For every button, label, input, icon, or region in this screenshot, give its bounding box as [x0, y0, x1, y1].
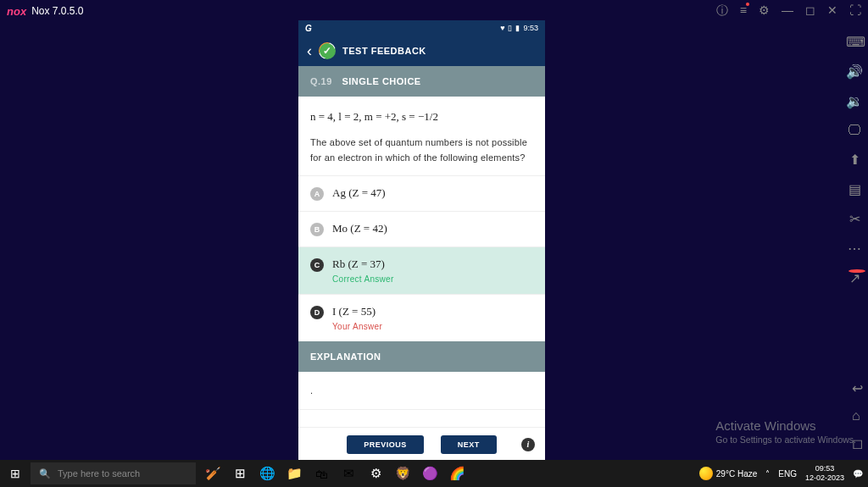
close-icon[interactable]: ✕	[827, 3, 837, 19]
app-header: ‹ TEST FEEDBACK	[298, 36, 545, 66]
phone-status-bar: G ♥ ▯ ▮ 9:53	[298, 20, 545, 36]
notifications-icon[interactable]: 💬	[853, 469, 863, 479]
side-toolbar: ⌨ 🔊 🔉 🖵 ⬆ ▤ ✂ ⋯ ↗	[846, 34, 863, 286]
more-icon[interactable]: ⋯	[846, 241, 863, 257]
minimize-icon[interactable]: —	[782, 3, 793, 19]
option-text: Rb (Z = 37)	[332, 257, 533, 271]
brave-icon[interactable]: 🦁	[391, 462, 415, 485]
activate-title: Activate Windows	[715, 418, 856, 433]
question-formula: n = 4, l = 2, m = +2, s = −1/2	[310, 110, 533, 124]
your-answer-tag: Your Answer	[332, 322, 533, 331]
status-right: ♥ ▯ ▮ 9:53	[500, 24, 538, 32]
option-c[interactable]: C Rb (Z = 37) Correct Answer	[298, 246, 545, 294]
signal-icon: ▯	[508, 24, 512, 32]
screenshot-icon[interactable]: 🖵	[846, 123, 863, 138]
battery-icon: ▮	[515, 24, 520, 32]
taskbar-apps: 🏏 ⊞ 🌐 📁 🛍 ✉ ⚙ 🦁 🟣 🌈	[201, 462, 469, 485]
option-text: Mo (Z = 42)	[332, 222, 533, 235]
mail-icon[interactable]: ✉	[337, 462, 360, 485]
option-badge: D	[310, 306, 324, 319]
status-left: G	[305, 24, 312, 33]
status-time: 9:53	[523, 24, 538, 32]
option-text: I (Z = 55)	[332, 305, 533, 318]
share-icon[interactable]: ↗	[846, 270, 863, 286]
taskbar-search[interactable]: 🔍 Type here to search	[31, 462, 196, 484]
question-number: Q.19	[310, 76, 332, 86]
weather-icon	[699, 467, 713, 480]
record-icon[interactable]: ⬆	[846, 152, 863, 168]
settings-app-icon[interactable]: ⚙	[364, 462, 387, 485]
taskbar-clock[interactable]: 09:53 12-02-2023	[805, 464, 844, 483]
tray-chevron-icon[interactable]: ˄	[765, 469, 770, 479]
language-indicator[interactable]: ENG	[778, 469, 797, 479]
option-badge: A	[310, 187, 324, 201]
option-text: Ag (Z = 47)	[332, 186, 533, 200]
keyboard-icon[interactable]: ⌨	[846, 34, 863, 50]
option-a[interactable]: A Ag (Z = 47)	[298, 175, 545, 211]
clock-time: 09:53	[805, 464, 844, 473]
cricket-widget-icon[interactable]: 🏏	[201, 462, 225, 485]
previous-button[interactable]: PREVIOUS	[347, 435, 424, 454]
explanation-body: .	[298, 372, 545, 410]
question-type: SINGLE CHOICE	[342, 76, 420, 86]
option-d[interactable]: D I (Z = 55) Your Answer	[298, 294, 545, 341]
task-view-icon[interactable]: ⊞	[228, 462, 252, 485]
activate-subtitle: Go to Settings to activate Windows.	[715, 434, 856, 445]
wifi-icon: ♥	[500, 24, 504, 32]
next-button[interactable]: NEXT	[441, 435, 497, 454]
emulator-screen: G ♥ ▯ ▮ 9:53 ‹ TEST FEEDBACK Q.19 SINGLE…	[298, 20, 545, 461]
menu-icon[interactable]: ≡	[740, 3, 747, 19]
chrome-icon[interactable]: 🌈	[445, 462, 469, 485]
explanation-header: EXPLANATION	[298, 341, 545, 372]
titlebar-controls: ⓘ ≡ ⚙ — ◻ ✕ ⛶	[716, 3, 861, 19]
window-version: Nox 7.0.5.0	[31, 5, 83, 17]
back-arrow-icon[interactable]: ‹	[307, 42, 312, 60]
option-badge: C	[310, 258, 324, 272]
store-icon[interactable]: 🛍	[309, 462, 333, 485]
info-icon[interactable]: i	[521, 438, 535, 451]
maximize-icon[interactable]: ◻	[805, 3, 815, 19]
options-list: A Ag (Z = 47) B Mo (Z = 42) C Rb (Z = 37…	[298, 175, 545, 341]
option-b[interactable]: B Mo (Z = 42)	[298, 211, 545, 246]
search-icon: 🔍	[39, 468, 51, 479]
search-placeholder: Type here to search	[58, 468, 140, 479]
question-body: n = 4, l = 2, m = +2, s = −1/2 The above…	[298, 97, 545, 175]
app-logo-icon	[319, 42, 336, 59]
clock-date: 12-02-2023	[805, 473, 844, 483]
fullscreen-icon[interactable]: ⛶	[849, 3, 861, 19]
nox-logo: nox	[7, 5, 26, 18]
system-tray: 29°C Haze ˄ ENG 09:53 12-02-2023 💬	[699, 464, 863, 483]
correct-answer-tag: Correct Answer	[332, 274, 533, 284]
volume-down-icon[interactable]: 🔉	[846, 93, 863, 109]
weather-text: 29°C Haze	[716, 469, 757, 479]
weather-widget[interactable]: 29°C Haze	[699, 467, 757, 480]
activate-windows-watermark: Activate Windows Go to Settings to activ…	[715, 418, 856, 445]
settings-icon[interactable]: ⚙	[759, 3, 770, 19]
page-title: TEST FEEDBACK	[342, 46, 426, 56]
multi-instance-icon[interactable]: ▤	[846, 181, 863, 197]
volume-up-icon[interactable]: 🔊	[846, 64, 863, 80]
back-nav-icon[interactable]: ↩	[852, 380, 863, 396]
option-badge: B	[310, 223, 324, 236]
nox-app-icon[interactable]: 🟣	[418, 462, 442, 485]
edge-icon[interactable]: 🌐	[255, 462, 279, 485]
explorer-icon[interactable]: 📁	[282, 462, 306, 485]
scissors-icon[interactable]: ✂	[846, 211, 863, 227]
bottom-nav: PREVIOUS NEXT i	[298, 427, 545, 461]
help-icon[interactable]: ⓘ	[716, 3, 728, 19]
question-text: The above set of quantum numbers is not …	[310, 136, 533, 165]
question-header: Q.19 SINGLE CHOICE	[298, 66, 545, 97]
windows-taskbar: ⊞ 🔍 Type here to search 🏏 ⊞ 🌐 📁 🛍 ✉ ⚙ 🦁 …	[0, 460, 868, 487]
start-button[interactable]: ⊞	[0, 460, 31, 487]
